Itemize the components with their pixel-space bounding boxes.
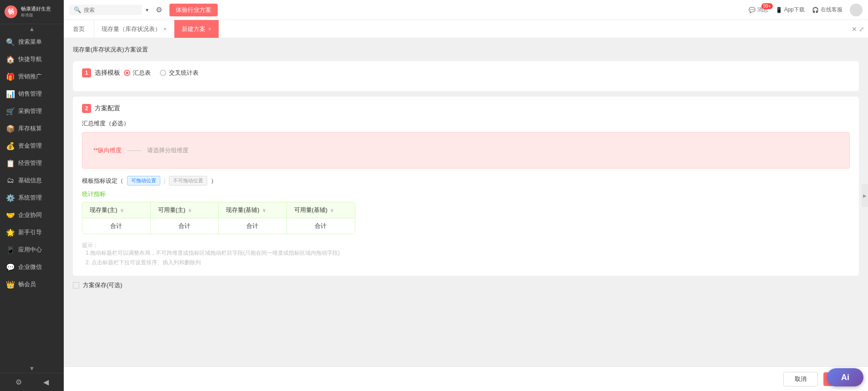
- app-download-button[interactable]: 📱 App下载: [776, 6, 805, 14]
- col-label-1: 可用量(主): [158, 206, 186, 214]
- radio-summary[interactable]: 汇总表: [124, 69, 151, 77]
- sidebar-scroll-down[interactable]: ▼: [0, 364, 64, 373]
- cancel-button[interactable]: 取消: [783, 372, 818, 386]
- newbie-icon: 🌟: [6, 228, 15, 237]
- stats-col-0[interactable]: 现存量(主) ∨: [82, 202, 151, 218]
- sidebar-item-enterprise[interactable]: 🤝 企业协同: [0, 206, 64, 224]
- bottom-actions: 取消 查询: [64, 366, 868, 391]
- stats-col-1[interactable]: 可用量(主) ∨: [151, 202, 219, 218]
- sidebar-item-label: 营销推广: [18, 72, 42, 81]
- sidebar-scroll-up[interactable]: ▲: [0, 24, 64, 33]
- step1-header: 1 选择模板 汇总表 交叉统计表: [82, 68, 850, 77]
- sidebar-item-label: 基础信息: [18, 176, 42, 185]
- stats-table: 现存量(主) ∨ 可用量(主) ∨ 现存量(基辅) ∨: [82, 202, 355, 234]
- stats-col-2[interactable]: 现存量(基辅) ∨: [219, 202, 287, 218]
- quick-nav-icon: 🏠: [6, 55, 15, 63]
- message-icon: 💬: [749, 7, 756, 13]
- marketing-icon: 🎁: [6, 72, 15, 81]
- tab-new-plan-label: 新建方案: [182, 25, 205, 33]
- sidebar-item-operations[interactable]: 📋 经营管理: [0, 154, 64, 172]
- step1-title: 选择模板: [95, 69, 120, 77]
- industry-button[interactable]: 体验行业方案: [169, 4, 218, 16]
- tab-inventory-status[interactable]: 现存量（库存状况表） ×: [94, 20, 174, 38]
- col-label-3: 可用量(基辅): [294, 206, 328, 214]
- step1-card: 1 选择模板 汇总表 交叉统计表: [73, 61, 859, 91]
- window-close-icon[interactable]: ✕: [852, 26, 857, 33]
- sidebar-item-inventory[interactable]: 📦 库存核算: [0, 120, 64, 137]
- download-icon: 📱: [776, 7, 782, 13]
- save-checkbox[interactable]: [73, 282, 79, 288]
- sidebar-item-newbie[interactable]: 🌟 新手引导: [0, 224, 64, 241]
- page-title: 现存量(库存状况表)方案设置: [73, 46, 859, 54]
- sidebar-item-sales[interactable]: 📊 销售管理: [0, 85, 64, 103]
- system-icon: ⚙️: [6, 194, 15, 202]
- online-service-label: 在线客服: [821, 6, 842, 14]
- sales-icon: 📊: [6, 90, 15, 98]
- step2-title: 方案配置: [95, 104, 120, 113]
- sidebar-item-app-center[interactable]: 📱 应用中心: [0, 241, 64, 258]
- tab-new-plan[interactable]: 新建方案 ×: [174, 20, 219, 38]
- indicator-separator: |: [164, 177, 165, 184]
- vertical-dim-label: **纵向维度: [93, 146, 122, 154]
- top-right-actions: 💬 消息 99+ 📱 App下载 🎧 在线客服: [749, 4, 863, 16]
- sidebar-item-label: 应用中心: [18, 246, 42, 254]
- sidebar-item-finance[interactable]: 💰 资金管理: [0, 137, 64, 154]
- tab-home[interactable]: 首页: [64, 20, 94, 38]
- sidebar-item-label: 快捷导航: [18, 55, 42, 63]
- ai-badge-text: Ai: [841, 373, 849, 382]
- basic-info-icon: 🗂: [6, 176, 15, 185]
- tabs-right-actions: ✕ ⤢: [852, 26, 868, 33]
- tab-home-label: 首页: [73, 25, 85, 33]
- sidebar-item-label: 畅会员: [18, 280, 36, 288]
- wechat-icon: 💬: [6, 263, 15, 271]
- search-box[interactable]: 🔍: [69, 5, 142, 15]
- step2-header: 2 方案配置: [82, 104, 850, 113]
- search-input[interactable]: [84, 7, 129, 13]
- sidebar-item-marketing[interactable]: 🎁 营销推广: [0, 68, 64, 85]
- indicator-end: ）: [211, 177, 217, 185]
- tab-inventory-close-icon[interactable]: ×: [163, 26, 167, 32]
- dimension-area[interactable]: **纵向维度 —— 请选择分组维度: [82, 132, 850, 169]
- tab-new-plan-close-icon[interactable]: ×: [208, 26, 211, 32]
- sidebar-item-label: 搜索菜单: [18, 38, 42, 46]
- col-chevron-2: ∨: [262, 207, 266, 213]
- tip-text-0: 1.拖动标题栏可以调整布局，不可跨维度或指标区域拖动栏目字段(只能在同一维度或指…: [86, 249, 340, 257]
- dim-placeholder: 请选择分组维度: [147, 146, 189, 154]
- sidebar-item-search-menu[interactable]: 🔍 搜索菜单: [0, 33, 64, 51]
- messages-button[interactable]: 💬 消息 99+: [749, 6, 768, 14]
- col-label-0: 现存量(主): [90, 206, 117, 214]
- radio-cross[interactable]: 交叉统计表: [160, 69, 199, 77]
- sidebar: 畅 畅康通好生意 标准版 ▲ 🔍 搜索菜单 🏠 快捷导航 🎁 营销推广 📊 销售…: [0, 0, 64, 391]
- tip-text-1: 2. 点击标题栏下拉可设置排序、插入列和删除列: [86, 259, 201, 267]
- vertical-dim-text: *纵向维度: [96, 147, 122, 154]
- stats-cell-3: 合计: [287, 218, 355, 234]
- indicator-section: 模板指标设定（ 可拖动位置 | 不可拖动位置 ） 统计指标 现存量(主) ∨: [82, 176, 850, 234]
- ai-badge[interactable]: Ai: [827, 368, 863, 386]
- sidebar-item-wechat[interactable]: 💬 企业微信: [0, 258, 64, 276]
- logo-text: 畅康通好生意 标准版: [21, 5, 51, 18]
- top-bar: 🔍 ▾ ⚙ 体验行业方案 💬 消息 99+ 📱 App下载 🎧 在线客服: [64, 0, 868, 20]
- settings-gear-icon[interactable]: ⚙: [15, 378, 22, 386]
- sidebar-toggle-icon[interactable]: ◀: [43, 378, 49, 386]
- radio-summary-label: 汇总表: [133, 69, 151, 77]
- user-avatar[interactable]: [850, 4, 863, 16]
- stats-table-row: 合计 合计 合计 合计: [82, 218, 355, 234]
- stats-cell-1: 合计: [151, 218, 219, 234]
- stats-col-3[interactable]: 可用量(基辅) ∨: [287, 202, 355, 218]
- right-collapse-handle[interactable]: ▶: [862, 184, 868, 207]
- app-logo: 畅 畅康通好生意 标准版: [0, 0, 64, 24]
- sidebar-item-quick-nav[interactable]: 🏠 快捷导航: [0, 51, 64, 68]
- sidebar-nav: 🔍 搜索菜单 🏠 快捷导航 🎁 营销推广 📊 销售管理 🛒 采购管理 📦 库存核…: [0, 33, 64, 364]
- sidebar-item-basic-info[interactable]: 🗂 基础信息: [0, 172, 64, 189]
- sidebar-item-system[interactable]: ⚙️ 系统管理: [0, 189, 64, 206]
- topbar-settings-icon[interactable]: ⚙: [156, 5, 162, 14]
- app-center-icon: 📱: [6, 246, 15, 254]
- step2-number: 2: [82, 104, 91, 113]
- sidebar-item-membership[interactable]: 👑 畅会员: [0, 276, 64, 293]
- window-expand-icon[interactable]: ⤢: [859, 26, 864, 33]
- online-service-button[interactable]: 🎧 在线客服: [812, 6, 842, 14]
- sidebar-item-purchase[interactable]: 🛒 采购管理: [0, 103, 64, 120]
- stats-title: 统计指标: [82, 190, 850, 198]
- dropdown-trigger[interactable]: ▾: [146, 7, 148, 13]
- search-icon: 🔍: [74, 6, 81, 13]
